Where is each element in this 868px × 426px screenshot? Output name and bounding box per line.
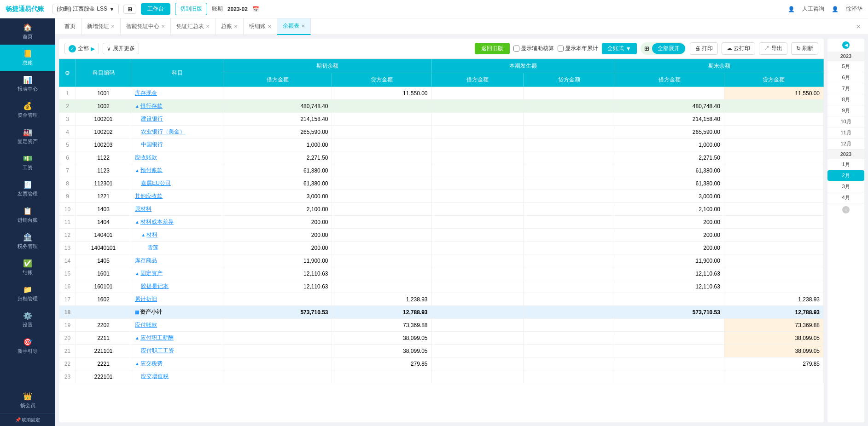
sidebar-item-settings[interactable]: ⚙️ 设置 — [0, 307, 55, 333]
tab-close-icon[interactable]: ✕ — [268, 24, 271, 29]
account-name[interactable]: 建设银行 — [131, 113, 223, 126]
account-name[interactable]: 中国银行 — [131, 138, 223, 151]
sidebar-item-guide[interactable]: 🎯 新手引导 — [0, 333, 55, 359]
expand-all-button[interactable]: 全部展开 — [652, 43, 685, 54]
account-name[interactable]: ▲应交税费 — [131, 357, 223, 370]
tab-close-icon[interactable]: ✕ — [206, 24, 210, 29]
right-panel-month-12[interactable]: 12月 — [827, 138, 864, 150]
right-panel-month-4[interactable]: 4月 — [827, 192, 864, 203]
auxiliary-checkbox-input[interactable] — [513, 46, 519, 52]
tab-close-icon[interactable]: ✕ — [234, 24, 238, 29]
right-panel-month-2-active[interactable]: 2月 — [827, 170, 864, 181]
period-start-credit — [332, 242, 431, 254]
sidebar-item-funds[interactable]: 💰 资金管理 — [0, 97, 55, 123]
format-dropdown-button[interactable]: 全账式 ▼ — [602, 43, 637, 54]
account-name[interactable]: 应交增值税 — [131, 370, 223, 383]
ytd-checkbox-input[interactable] — [558, 46, 564, 52]
tab-ledger[interactable]: 总账 ✕ — [216, 18, 244, 35]
period-end-credit — [724, 242, 823, 254]
tab-detail[interactable]: 明细账 ✕ — [244, 18, 277, 35]
sidebar-item-member[interactable]: 👑 畅会员 — [0, 387, 55, 414]
tab-close-icon[interactable]: ✕ — [111, 24, 115, 29]
period-start-debit: 2,100.00 — [223, 203, 332, 216]
sidebar-item-fixed-assets[interactable]: 🏭 固定资产 — [0, 123, 55, 150]
period-end-debit: 11,900.00 — [615, 254, 724, 267]
right-panel-month-3[interactable]: 3月 — [827, 181, 864, 192]
account-name[interactable]: 雪莲 — [131, 242, 223, 254]
cloud-print-button[interactable]: ☁ 云打印 — [722, 42, 755, 55]
account-name[interactable]: 嘉属EU公司 — [131, 177, 223, 190]
close-all-tabs-button[interactable]: ✕ — [852, 23, 864, 30]
account-name[interactable]: 农业银行（美金） — [131, 126, 223, 138]
account-name[interactable]: 库存商品 — [131, 254, 223, 267]
right-panel-month-1[interactable]: 1月 — [827, 159, 864, 170]
tab-close-icon[interactable]: ✕ — [301, 23, 305, 29]
sidebar-item-tax[interactable]: 🏦 税务管理 — [0, 228, 55, 254]
account-name[interactable]: ▲材料 — [131, 229, 223, 242]
unpin-button[interactable]: 📌 取消固定 — [0, 414, 55, 426]
account-name[interactable]: ▦资产小计 — [131, 306, 223, 319]
expand-more-button[interactable]: ∨ 展开更多 — [103, 43, 139, 54]
account-name[interactable]: ▲预付账款 — [131, 164, 223, 177]
account-name[interactable]: ▲材料成本差异 — [131, 216, 223, 229]
show-ytd-checkbox[interactable]: 显示本年累计 — [558, 45, 598, 52]
account-name[interactable]: 其他应收款 — [131, 190, 223, 203]
sidebar-item-settle[interactable]: ✅ 结账 — [0, 254, 55, 281]
right-panel-expand-button[interactable]: ○ — [842, 206, 850, 213]
sidebar-item-invoice[interactable]: 🧾 发票管理 — [0, 176, 55, 202]
right-panel-month-11[interactable]: 11月 — [827, 127, 864, 138]
row-number: 14 — [59, 254, 76, 267]
account-name[interactable]: 胶提是记本 — [131, 280, 223, 293]
account-name[interactable]: 原材料 — [131, 203, 223, 216]
return-old-version-button[interactable]: 返回旧版 — [475, 43, 510, 54]
company-selector[interactable]: (勿删) 江西股金-LSS ▼ — [52, 4, 119, 14]
sidebar-item-ledger[interactable]: 📒 总账 — [0, 45, 55, 71]
right-panel-month-6[interactable]: 6月 — [827, 72, 864, 83]
user-name[interactable]: 徐泽华 — [846, 5, 862, 13]
gear-icon[interactable]: ⚙ — [65, 70, 70, 76]
sidebar-item-salary[interactable]: 💵 工资 — [0, 150, 55, 176]
right-panel-month-8[interactable]: 8月 — [827, 94, 864, 105]
show-auxiliary-checkbox[interactable]: 显示辅助核算 — [513, 45, 554, 52]
sidebar-item-archive[interactable]: 📁 归档管理 — [0, 281, 55, 307]
account-name[interactable]: 库存现金 — [131, 87, 223, 100]
refresh-button[interactable]: ↻ 刷新 — [791, 42, 818, 55]
tab-close-icon[interactable]: ✕ — [161, 24, 165, 29]
right-panel-month-10[interactable]: 10月 — [827, 116, 864, 127]
print-button[interactable]: 🖨 打印 — [690, 42, 718, 55]
workbench-button[interactable]: 工作台 — [141, 3, 170, 15]
tab-voucher-summary[interactable]: 凭证汇总表 ✕ — [171, 18, 216, 35]
account-name[interactable]: ▲银行存款 — [131, 100, 223, 113]
account-name[interactable]: ▲固定资产 — [131, 267, 223, 280]
period-start-debit: 200.00 — [223, 216, 332, 229]
archive-icon: 📁 — [23, 285, 32, 294]
consult-label[interactable]: 人工咨询 — [802, 5, 824, 13]
tab-smart-center[interactable]: 智能凭证中心 ✕ — [121, 18, 171, 35]
chevron-down-icon: ∨ — [107, 46, 111, 52]
topbar-right: 👤 人工咨询 👤 徐泽华 — [788, 5, 862, 13]
tab-balance[interactable]: 余额表 ✕ — [277, 18, 311, 35]
account-name[interactable]: ▲应付职工薪酬 — [131, 332, 223, 345]
right-panel-month-7[interactable]: 7月 — [827, 83, 864, 94]
sidebar-item-purchase[interactable]: 📋 进销台账 — [0, 202, 55, 228]
filter-selector[interactable]: ✓ 全部 ▶ — [64, 43, 99, 54]
account-name[interactable]: 应收账款 — [131, 151, 223, 164]
right-panel-month-9[interactable]: 9月 — [827, 105, 864, 116]
current-credit — [523, 306, 615, 319]
calendar-icon[interactable]: 📅 — [252, 6, 259, 12]
account-name[interactable]: 应付职工工资 — [131, 345, 223, 357]
sidebar-item-home[interactable]: 🏠 首页 — [0, 18, 55, 45]
sidebar-item-reports[interactable]: 📊 报表中心 — [0, 71, 55, 97]
settings-col-header[interactable]: ⚙ — [59, 59, 76, 87]
right-panel-collapse-button[interactable]: ◀ — [842, 41, 850, 49]
account-name[interactable]: 累计折旧 — [131, 293, 223, 306]
tab-new-voucher[interactable]: 新增凭证 ✕ — [82, 18, 121, 35]
company-settings-button[interactable]: ⊞ — [123, 5, 136, 14]
sidebar-item-label: 税务管理 — [17, 243, 38, 250]
account-name[interactable]: 应付账款 — [131, 319, 223, 332]
switch-version-button[interactable]: 切到旧版 — [175, 3, 207, 15]
export-button[interactable]: ↗ 导出 — [759, 42, 787, 55]
tab-home[interactable]: 首页 — [59, 18, 82, 35]
sidebar-item-label: 工资 — [23, 164, 33, 171]
right-panel-month-5[interactable]: 5月 — [827, 61, 864, 72]
